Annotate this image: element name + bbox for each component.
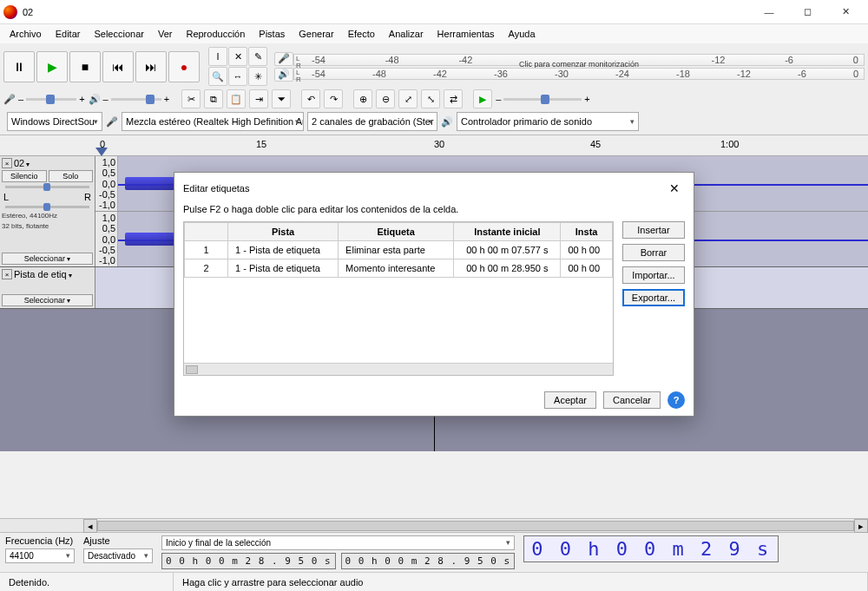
status-state: Detenido.: [0, 573, 174, 591]
dialog-close-button[interactable]: ✕: [664, 178, 685, 199]
snap-select[interactable]: Desactivado: [83, 548, 153, 563]
mic-icon: 🎤: [106, 116, 118, 128]
menu-editar[interactable]: Editar: [49, 27, 87, 41]
delete-button[interactable]: Borrar: [622, 244, 685, 261]
menu-seleccionar[interactable]: Seleccionar: [88, 27, 149, 41]
scroll-left-arrow[interactable]: ◂: [83, 519, 97, 533]
minimize-button[interactable]: —: [750, 0, 788, 24]
rec-meter-mic-icon: 🎤: [274, 52, 293, 66]
scroll-right-arrow[interactable]: ▸: [854, 519, 868, 533]
multi-tool[interactable]: ✳: [248, 67, 267, 86]
cancel-button[interactable]: Cancelar: [603, 391, 661, 409]
toolbars: ⏸ ▶ ■ ⏮ ⏭ ● I ✕ ✎ 🔍 ↔ ✳ 🎤 🔊 LR Clic para…: [0, 43, 868, 135]
selection-toolbar: Frecuencia (Hz) 44100 Ajuste Desactivado…: [0, 532, 868, 572]
recording-volume-slider[interactable]: 🎤–+: [3, 94, 85, 105]
project-rate-select[interactable]: 44100: [5, 548, 75, 563]
recording-channels-select[interactable]: 2 canales de grabación (Ster: [307, 112, 437, 131]
speaker-icon: 🔊: [441, 116, 453, 128]
play-at-speed-button[interactable]: ▶: [473, 89, 492, 108]
menu-pistas[interactable]: Pistas: [253, 27, 291, 41]
playback-meter[interactable]: LR -54-48-42-36-30-24-18-12-60: [293, 68, 865, 80]
timeline-ruler[interactable]: 0 15 30 45 1:00: [0, 135, 868, 156]
help-icon[interactable]: ?: [667, 391, 685, 409]
import-button[interactable]: Importar...: [622, 266, 685, 284]
fit-project-button[interactable]: ⤡: [421, 89, 440, 108]
skip-end-button[interactable]: ⏭: [135, 51, 167, 82]
close-button[interactable]: ✕: [826, 0, 865, 24]
dialog-title: Editar etiquetas: [183, 183, 249, 194]
skip-start-button[interactable]: ⏮: [102, 51, 134, 82]
zoom-out-button[interactable]: ⊖: [376, 89, 395, 108]
col-instante-inicial[interactable]: Instante inicial: [454, 223, 561, 241]
trim-button[interactable]: ⇥: [249, 89, 268, 108]
maximize-button[interactable]: ◻: [788, 0, 826, 24]
horizontal-scrollbar[interactable]: ◂ ▸: [0, 518, 868, 532]
gain-slider[interactable]: [5, 186, 89, 188]
stop-button[interactable]: ■: [69, 51, 101, 82]
menu-reproduccion[interactable]: Reproducción: [180, 27, 251, 41]
redo-button[interactable]: ↷: [324, 89, 343, 108]
track-close-button[interactable]: ×: [2, 158, 12, 168]
menu-ayuda[interactable]: Ayuda: [503, 27, 542, 41]
play-button[interactable]: ▶: [36, 51, 68, 82]
table-hscrollbar[interactable]: [184, 363, 613, 375]
transport-toolbar: ⏸ ▶ ■ ⏮ ⏭ ●: [3, 51, 200, 82]
col-instante-final[interactable]: Insta: [561, 223, 612, 241]
timeshift-tool[interactable]: ↔: [228, 67, 247, 86]
track-name-dropdown[interactable]: 02: [14, 158, 30, 168]
cut-button[interactable]: ✂: [181, 89, 201, 108]
copy-button[interactable]: ⧉: [204, 89, 223, 108]
track-select-button[interactable]: Seleccionar: [2, 253, 93, 265]
menu-generar[interactable]: Generar: [293, 27, 339, 41]
table-row[interactable]: 2 1 - Pista de etiqueta Momento interesa…: [185, 259, 613, 278]
menu-analizar[interactable]: Analizar: [383, 27, 430, 41]
selection-start-time[interactable]: 0 0 h 0 0 m 2 8 . 9 5 0 s: [161, 553, 336, 569]
menu-ver[interactable]: Ver: [152, 27, 179, 41]
solo-button[interactable]: Solo: [49, 170, 94, 182]
col-pista[interactable]: Pista: [228, 223, 339, 241]
playback-volume-slider[interactable]: 🔊–+: [89, 94, 170, 105]
draw-tool[interactable]: ✎: [248, 47, 267, 66]
menu-archivo[interactable]: Archivo: [3, 27, 48, 41]
recording-device-select[interactable]: Mezcla estéreo (Realtek High Definition …: [122, 112, 304, 131]
paste-button[interactable]: 📋: [227, 89, 246, 108]
record-button[interactable]: ●: [168, 51, 200, 82]
silence-button[interactable]: ⏷: [272, 89, 291, 108]
undo-button[interactable]: ↶: [301, 89, 320, 108]
insert-button[interactable]: Insertar: [622, 221, 685, 239]
selection-tool[interactable]: I: [208, 47, 227, 66]
pause-button[interactable]: ⏸: [3, 51, 35, 82]
device-toolbar: Windows DirectSou 🎤 Mezcla estéreo (Real…: [3, 110, 865, 133]
dialog-hint: Pulse F2 o haga doble clic para editar l…: [174, 204, 694, 221]
selection-end-time[interactable]: 0 0 h 0 0 m 2 8 . 9 5 0 s: [341, 553, 516, 569]
status-hint: Haga clic y arrastre para seleccionar au…: [174, 573, 868, 591]
col-etiqueta[interactable]: Etiqueta: [339, 223, 454, 241]
selection-mode-select[interactable]: Inicio y final de la selección: [161, 535, 515, 550]
tools-toolbar: I ✕ ✎ 🔍 ↔ ✳: [208, 47, 267, 86]
labels-table: Pista Etiqueta Instante inicial Insta 1 …: [183, 221, 614, 376]
menubar: Archivo Editar Seleccionar Ver Reproducc…: [0, 24, 868, 43]
table-row[interactable]: 1 1 - Pista de etiqueta Eliminar esta pa…: [185, 241, 613, 259]
vertical-scale: 1,00,50,0-0,5-1,0: [95, 212, 118, 266]
playback-speed-slider[interactable]: –+: [496, 94, 590, 104]
edit-labels-dialog: Editar etiquetas ✕ Pulse F2 o haga doble…: [174, 172, 694, 417]
fit-selection-button[interactable]: ⤢: [398, 89, 418, 108]
envelope-tool[interactable]: ✕: [228, 47, 247, 66]
mute-button[interactable]: Silencio: [2, 170, 47, 182]
playback-device-select[interactable]: Controlador primario de sonido: [457, 112, 639, 131]
zoom-tool[interactable]: 🔍: [208, 67, 227, 86]
track-close-button[interactable]: ×: [2, 269, 12, 279]
pan-slider[interactable]: [5, 206, 89, 208]
app-logo-icon: [3, 5, 17, 19]
audio-host-select[interactable]: Windows DirectSou: [7, 112, 102, 131]
audio-position-time[interactable]: 0 0 h 0 0 m 2 9 s: [523, 535, 779, 562]
label-track-name[interactable]: Pista de etiq: [14, 269, 72, 279]
export-button[interactable]: Exportar...: [622, 289, 685, 306]
ok-button[interactable]: Aceptar: [544, 391, 596, 409]
zoom-in-button[interactable]: ⊕: [353, 89, 372, 108]
menu-efecto[interactable]: Efecto: [342, 27, 381, 41]
recording-meter[interactable]: LR Clic para comenzar monitorización -54…: [293, 54, 865, 66]
track-select-button[interactable]: Seleccionar: [2, 294, 93, 306]
menu-herramientas[interactable]: Herramientas: [431, 27, 501, 41]
zoom-toggle-button[interactable]: ⇄: [444, 89, 463, 108]
